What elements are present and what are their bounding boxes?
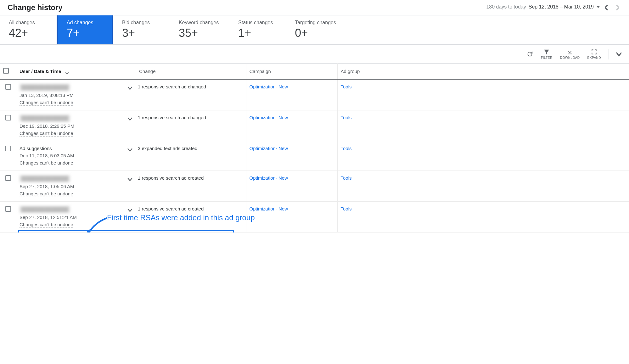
campaign-link[interactable]: Optimization- New — [250, 175, 288, 181]
date-prev-icon[interactable] — [603, 3, 611, 12]
adgroup-link[interactable]: Tools — [341, 175, 352, 181]
row-checkbox[interactable] — [5, 84, 11, 90]
row-change-text: 1 responsive search ad changed — [138, 84, 206, 89]
table-row: ██████████████Sep 27, 2018, 1:05:06 AMCh… — [0, 171, 629, 202]
row-checkbox[interactable] — [5, 146, 11, 151]
filter-icon — [543, 48, 550, 55]
tab-label: Status changes — [238, 20, 275, 25]
table-row: ██████████████Jan 13, 2019, 3:08:13 PMCh… — [0, 79, 629, 110]
tab-keyword-changes[interactable]: Keyword changes35+ — [170, 15, 229, 44]
toolbar-separator — [609, 49, 609, 59]
expand-button[interactable]: EXPAND — [587, 48, 601, 59]
download-button[interactable]: DOWNLOAD — [560, 48, 580, 59]
campaign-link[interactable]: Optimization- New — [250, 84, 288, 89]
row-checkbox[interactable] — [5, 206, 11, 212]
campaign-link[interactable]: Optimization- New — [250, 146, 288, 151]
expand-icon — [591, 48, 598, 55]
download-icon — [566, 48, 573, 55]
user-redacted: ██████████████ — [20, 84, 70, 91]
row-undo-note: Changes can't be undone — [20, 100, 73, 106]
tab-targeting-changes[interactable]: Targeting changes0+ — [286, 15, 347, 44]
tab-value: 1+ — [238, 27, 275, 39]
column-campaign-label: Campaign — [250, 69, 271, 74]
column-adgroup-label: Ad group — [341, 69, 360, 74]
tab-label: Keyword changes — [179, 20, 219, 25]
row-datetime: Sep 27, 2018, 12:51:21 AM — [20, 215, 120, 220]
row-checkbox[interactable] — [5, 115, 11, 120]
select-all-checkbox[interactable] — [3, 68, 9, 74]
tab-value: 7+ — [67, 27, 101, 39]
tab-label: Targeting changes — [295, 20, 336, 25]
tab-value: 0+ — [295, 27, 336, 39]
column-user-date[interactable]: User / Date & Time — [16, 64, 123, 80]
date-range-picker[interactable]: 180 days to today Sep 12, 2018 – Mar 10,… — [486, 3, 621, 12]
column-change[interactable]: Change — [123, 64, 246, 80]
tab-value: 35+ — [179, 27, 219, 39]
column-campaign[interactable]: Campaign — [246, 64, 337, 80]
sort-desc-icon — [65, 70, 69, 74]
expand-row-icon[interactable] — [126, 176, 133, 183]
row-change-text: 1 responsive search ad changed — [138, 115, 206, 120]
tab-value: 3+ — [122, 27, 159, 39]
tab-value: 42+ — [9, 27, 46, 39]
row-change-text: 1 responsive search ad created — [138, 175, 204, 181]
campaign-link[interactable]: Optimization- New — [250, 206, 288, 211]
adgroup-link[interactable]: Tools — [341, 146, 352, 151]
tab-label: Ad changes — [67, 20, 101, 25]
refresh-button[interactable] — [526, 51, 533, 58]
table-row: ██████████████Sep 27, 2018, 12:51:21 AMC… — [0, 202, 629, 232]
table-row: ██████████████Dec 19, 2018, 2:29:25 PMCh… — [0, 110, 629, 141]
user-redacted: ██████████████ — [20, 115, 70, 121]
date-next-icon — [613, 3, 621, 12]
column-adgroup[interactable]: Ad group — [337, 64, 629, 80]
tab-label: All changes — [9, 20, 46, 25]
row-undo-note: Changes can't be undone — [20, 131, 73, 137]
download-label: DOWNLOAD — [560, 56, 580, 59]
expand-row-icon[interactable] — [126, 207, 133, 214]
tab-ad-changes[interactable]: Ad changes7+ — [57, 15, 113, 44]
user-redacted: ██████████████ — [20, 175, 70, 182]
row-datetime: Sep 27, 2018, 1:05:06 AM — [20, 184, 120, 189]
row-change-text: 3 expanded text ads created — [138, 146, 197, 151]
campaign-link[interactable]: Optimization- New — [250, 115, 288, 120]
adgroup-link[interactable]: Tools — [341, 206, 352, 211]
date-range-text: Sep 12, 2018 – Mar 10, 2019 — [529, 4, 594, 10]
date-range-prefix: 180 days to today — [486, 4, 526, 10]
user-name: Ad suggestions — [20, 146, 52, 151]
column-user-label: User / Date & Time — [20, 69, 61, 74]
dropdown-caret-icon[interactable] — [596, 5, 600, 9]
row-undo-note: Changes can't be undone — [20, 160, 73, 166]
row-datetime: Dec 19, 2018, 2:29:25 PM — [20, 123, 120, 129]
adgroup-link[interactable]: Tools — [341, 115, 352, 120]
row-change-text: 1 responsive search ad created — [138, 206, 204, 211]
user-redacted: ██████████████ — [20, 206, 70, 213]
expand-row-icon[interactable] — [126, 115, 133, 122]
filter-button[interactable]: FILTER — [541, 48, 553, 59]
row-datetime: Jan 13, 2019, 3:08:13 PM — [20, 92, 120, 98]
tab-bid-changes[interactable]: Bid changes3+ — [113, 15, 170, 44]
more-button[interactable] — [616, 52, 621, 57]
row-undo-note: Changes can't be undone — [20, 222, 73, 228]
expand-row-icon[interactable] — [126, 85, 133, 92]
filter-label: FILTER — [541, 56, 553, 59]
row-datetime: Dec 11, 2018, 5:03:05 AM — [20, 153, 120, 158]
row-undo-note: Changes can't be undone — [20, 191, 73, 197]
tab-status-changes[interactable]: Status changes1+ — [229, 15, 286, 44]
expand-label: EXPAND — [587, 56, 601, 59]
tab-label: Bid changes — [122, 20, 159, 25]
row-checkbox[interactable] — [5, 175, 11, 181]
tab-all-changes[interactable]: All changes42+ — [0, 15, 57, 44]
adgroup-link[interactable]: Tools — [341, 84, 352, 89]
expand-row-icon[interactable] — [126, 146, 133, 153]
table-row: Ad suggestionsDec 11, 2018, 5:03:05 AMCh… — [0, 141, 629, 171]
column-change-label: Change — [139, 69, 156, 74]
page-title: Change history — [8, 3, 63, 12]
